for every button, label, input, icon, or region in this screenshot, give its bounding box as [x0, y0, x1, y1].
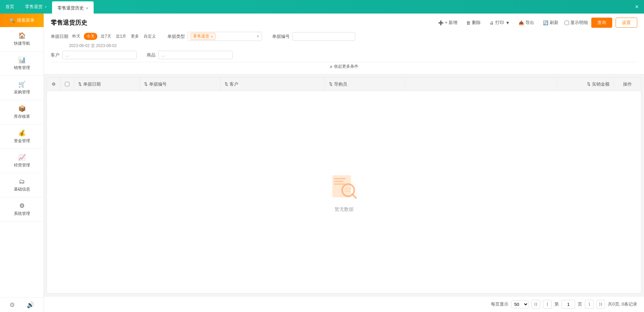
filter-customer-label: 客户: [51, 52, 59, 58]
sound-icon[interactable]: 🔊: [27, 301, 34, 309]
print-dropdown-icon: ▼: [505, 20, 510, 25]
voucher-no-input-wrap: [292, 32, 355, 41]
goods-input-wrap[interactable]: ...: [158, 51, 233, 59]
next-page-button[interactable]: ⟩: [585, 300, 594, 309]
top-bar-right: ×: [635, 3, 644, 10]
th-checkbox[interactable]: [61, 77, 74, 91]
svg-rect-2: [334, 181, 343, 182]
operations-icon: 📈: [18, 154, 26, 161]
date-btn-yesterday[interactable]: 昨天: [71, 33, 82, 40]
filter-voucher-no: 单据编号: [272, 32, 355, 41]
voucher-type-tag-remove[interactable]: ×: [211, 35, 213, 39]
th-guide: ⇅ 导购员: [325, 77, 405, 91]
voucher-type-input[interactable]: 零售退货 × ▾: [188, 32, 262, 41]
sort-icon-date[interactable]: ⇅: [78, 82, 82, 87]
sidebar-item-system-mgmt[interactable]: ⚙ 系统管理: [0, 197, 44, 222]
display-cols-text: 显示明细: [570, 20, 588, 26]
display-cols-label[interactable]: 显示明细: [565, 20, 588, 26]
export-button[interactable]: 📤 导出: [516, 18, 537, 27]
sidebar-item-purchase-mgmt[interactable]: 🛒 采购管理: [0, 76, 44, 100]
page-unit: 页: [578, 301, 582, 307]
filter-voucher-type: 单据类型 零售退货 × ▾: [167, 32, 262, 41]
filter-goods-label: 商品: [147, 52, 156, 58]
inventory-icon: 📦: [18, 105, 26, 112]
filter-date: 单据日期 昨天 今天 近7天 近1月 更多 自定义: [51, 33, 157, 40]
tab-retail-return-history-close[interactable]: ×: [86, 6, 88, 10]
sidebar-search[interactable]: 🔍 搜索菜单: [0, 14, 44, 27]
display-cols-checkbox[interactable]: [565, 21, 569, 25]
page-title: 零售退货历史: [51, 19, 87, 27]
filter-row-2: 客户 ... 商品 ...: [51, 51, 637, 59]
sidebar-item-sales-mgmt[interactable]: 📊 销售管理: [0, 51, 44, 76]
th-amount: ⇅ 实销金额: [557, 77, 614, 91]
total-info: 共0页, 0条记录: [608, 301, 637, 307]
filter-goods: 商品 ...: [147, 51, 233, 59]
top-bar: 首页 零售退货 × 零售退货历史 × ×: [0, 0, 644, 14]
export-icon: 📤: [519, 20, 524, 25]
voucher-type-dropdown-arrow: ▾: [257, 34, 259, 39]
search-icon: 🔍: [9, 18, 15, 23]
content-area: 零售退货历史 ➕ + 新增 🗑 删除 🖨 打印 ▼: [44, 14, 644, 312]
last-page-button[interactable]: ⟩⟩: [596, 300, 605, 309]
sort-icon-order-no[interactable]: ⇅: [144, 82, 148, 87]
tab-home[interactable]: 首页: [0, 0, 20, 14]
tab-retail-return-close[interactable]: ×: [45, 5, 47, 9]
date-btn-more[interactable]: 更多: [129, 33, 140, 40]
sidebar-item-quick-nav[interactable]: 🏠 快捷导航: [0, 27, 44, 51]
add-button[interactable]: ➕ + 新增: [435, 18, 460, 27]
table-header: ⚙ ⇅ 单据日期 ⇅ 单据编号 ⇅ 客户 ⇅ 导购员: [47, 77, 641, 91]
th-settings[interactable]: ⚙: [47, 77, 61, 91]
select-all-checkbox[interactable]: [65, 82, 69, 86]
sidebar-item-system-mgmt-label: 系统管理: [14, 211, 30, 217]
collapse-label: 收起更多条件: [334, 64, 358, 69]
delete-icon: 🗑: [466, 20, 471, 25]
sales-icon: 📊: [18, 56, 26, 64]
empty-state: 暂无数据: [47, 91, 641, 293]
toolbar: ➕ + 新增 🗑 删除 🖨 打印 ▼ 📤 导出: [435, 18, 637, 28]
sort-icon-customer[interactable]: ⇅: [224, 82, 228, 87]
date-btn-7days[interactable]: 近7天: [99, 33, 113, 40]
tab-retail-return-history[interactable]: 零售退货历史 ×: [52, 1, 93, 15]
window-close-button[interactable]: ×: [635, 3, 639, 10]
delete-button[interactable]: 🗑 删除: [463, 18, 483, 27]
sidebar-item-finance[interactable]: 💰 资金管理: [0, 125, 44, 149]
first-page-button[interactable]: ⟨⟨: [531, 300, 540, 309]
page-header: 零售退货历史 ➕ + 新增 🗑 删除 🖨 打印 ▼: [44, 14, 644, 74]
add-icon: ➕: [438, 20, 444, 25]
setting-button[interactable]: 设置: [616, 18, 637, 28]
voucher-no-input[interactable]: [295, 34, 352, 39]
sidebar-item-inventory[interactable]: 📦 库存核算: [0, 100, 44, 125]
refresh-button[interactable]: 🔄 刷新: [540, 18, 561, 27]
sidebar-item-basic-info[interactable]: 🗂 基础信息: [0, 173, 44, 197]
prev-page-button[interactable]: ⟨: [543, 300, 552, 309]
th-customer: ⇅ 客户: [220, 77, 325, 91]
customer-input-wrap[interactable]: ...: [62, 51, 137, 59]
sort-icon-guide[interactable]: ⇅: [329, 82, 333, 87]
table-wrap: ⚙ ⇅ 单据日期 ⇅ 单据编号 ⇅ 客户 ⇅ 导购员: [47, 77, 641, 293]
settings-bottom-icon[interactable]: ⚙: [9, 301, 15, 309]
sidebar-item-finance-label: 资金管理: [14, 138, 30, 144]
sort-icon-amount[interactable]: ⇅: [587, 82, 591, 87]
print-button[interactable]: 🖨 打印 ▼: [487, 18, 512, 27]
collapse-icon: ∧: [330, 64, 333, 69]
filter-customer: 客户 ...: [51, 51, 137, 59]
home-icon: 🏠: [18, 32, 26, 39]
filter-row-1: 单据日期 昨天 今天 近7天 近1月 更多 自定义 单据类型: [51, 32, 637, 41]
sidebar-item-operations[interactable]: 📈 经营管理: [0, 149, 44, 173]
query-button[interactable]: 查询: [591, 18, 612, 28]
system-icon: ⚙: [19, 202, 25, 209]
purchase-icon: 🛒: [18, 81, 26, 88]
date-btn-1month[interactable]: 近1月: [115, 33, 128, 40]
page-number-input[interactable]: [562, 300, 575, 309]
pagination-bar: 每页显示 50 100 200 ⟨⟨ ⟨ 第 页 ⟩ ⟩⟩ 共0页, 0条记录: [44, 296, 644, 312]
date-btn-custom[interactable]: 自定义: [142, 33, 157, 40]
filter-section: 单据日期 昨天 今天 近7天 近1月 更多 自定义 单据类型: [51, 32, 637, 74]
basic-info-icon: 🗂: [19, 178, 25, 185]
date-btn-today[interactable]: 今天: [84, 33, 97, 40]
tab-retail-return[interactable]: 零售退货 ×: [20, 0, 52, 14]
sidebar-item-inventory-label: 库存核算: [14, 114, 30, 119]
page-title-row: 零售退货历史 ➕ + 新增 🗑 删除 🖨 打印 ▼: [51, 18, 637, 28]
sidebar: 🔍 搜索菜单 🏠 快捷导航 📊 销售管理 🛒 采购管理 📦 库存核算 💰: [0, 14, 44, 312]
per-page-select[interactable]: 50 100 200: [511, 300, 529, 308]
collapse-more-btn[interactable]: ∧ 收起更多条件: [51, 62, 637, 71]
